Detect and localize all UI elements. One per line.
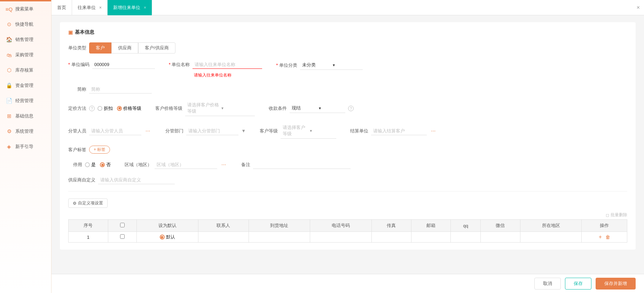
unit-code-field: 单位编码 <box>68 60 155 69</box>
save-new-button[interactable]: 保存并新增 <box>596 278 636 290</box>
dept-input[interactable] <box>186 127 238 135</box>
batch-delete-label: 批量删除 <box>611 212 627 218</box>
unit-code-input[interactable] <box>92 60 155 69</box>
purchase-icon: 🛍 <box>6 51 13 58</box>
sidebar-item-search-menu[interactable]: ≡Q 搜索菜单 <box>0 1 51 17</box>
customer-price-label: 客户价格等级 <box>155 105 182 112</box>
settlement-more-btn[interactable]: ··· <box>430 128 437 134</box>
batch-delete-area[interactable]: ◻ 批量删除 <box>68 212 627 218</box>
unit-category-select[interactable]: 未分类 ▼ <box>300 60 363 70</box>
pricing-help-icon[interactable]: ? <box>89 106 95 111</box>
region-input[interactable] <box>155 161 217 169</box>
default-radio[interactable]: 默认 <box>140 234 195 240</box>
tab-partners-label: 往来单位 <box>78 5 96 11</box>
manager-label: 分管人员 <box>68 128 86 134</box>
th-seq: 序号 <box>69 220 108 232</box>
disabled-radio-yes[interactable]: 是 <box>85 162 96 168</box>
pricing-field: 定价方法 ? 折扣 价格等级 <box>68 105 141 112</box>
sidebar-item-operations[interactable]: 📄 经营管理 <box>0 93 51 108</box>
tab-partners-close[interactable]: × <box>99 5 102 10</box>
dept-field: 分管部门 ▼ <box>165 127 246 135</box>
unit-name-field: 单位名称 请输入往来单位名称 <box>169 60 262 78</box>
unit-category-label: 单位分类 <box>276 62 297 68</box>
th-email: 邮箱 <box>411 220 451 232</box>
select-all-checkbox[interactable] <box>120 223 125 227</box>
table-row: 1 默认 <box>69 232 627 243</box>
payment-value: 现结 <box>292 105 317 111</box>
disabled-row: 停用 是 否 区域（地区） ··· <box>68 161 627 169</box>
sidebar-item-system[interactable]: ⚙ 系统管理 <box>0 124 51 139</box>
sidebar-item-finance[interactable]: 🔒 资金管理 <box>0 78 51 93</box>
customer-price-select[interactable]: 请选择客户价格等级 ▼ <box>185 100 255 116</box>
main-area: 首页 往来单位 × 新增往来单位 × × ▣ 基本信息 单位类型 客户 <box>52 0 644 293</box>
delete-row-btn[interactable]: 🗑 <box>605 234 610 240</box>
pricing-grade-label: 价格等级 <box>123 105 141 112</box>
th-phone: 电话号码 <box>310 220 372 232</box>
tab-home[interactable]: 首页 <box>52 0 72 15</box>
th-action: 操作 <box>582 220 627 232</box>
remark-input[interactable] <box>253 161 351 169</box>
sidebar-item-inventory[interactable]: ⬡ 库存核算 <box>0 63 51 78</box>
sidebar-item-label: 新手引导 <box>15 144 33 150</box>
operations-icon: 📄 <box>6 97 13 104</box>
sidebar-item-label: 经营管理 <box>15 98 33 104</box>
customer-level-arrow-icon: ▼ <box>309 129 334 133</box>
customer-price-placeholder: 请选择客户价格等级 <box>187 102 219 114</box>
section-title: ▣ 基本信息 <box>68 29 627 35</box>
sidebar-item-quick-nav[interactable]: ⊙ 快捷导航 <box>0 17 51 32</box>
custom-settings-btn[interactable]: ⚙ 自定义项设置 <box>68 198 108 208</box>
region-more-btn[interactable]: ··· <box>220 162 227 168</box>
divider <box>68 191 627 192</box>
customer-price-arrow-icon: ▼ <box>221 106 253 110</box>
radio-outer-discount <box>97 106 102 111</box>
sidebar-item-basic-info[interactable]: ⊞ 基础信息 <box>0 108 51 124</box>
cancel-button[interactable]: 取消 <box>534 278 561 290</box>
sidebar-item-sales[interactable]: 🏠 销售管理 <box>0 32 51 47</box>
disabled-radio-no[interactable]: 否 <box>100 162 111 168</box>
tag-field: 客户标签 + 标签 <box>68 146 110 154</box>
payment-help-icon[interactable]: ? <box>348 106 354 111</box>
supplier-custom-label: 供应商自定义 <box>68 177 95 183</box>
th-fax: 传真 <box>371 220 411 232</box>
abbr-input[interactable] <box>89 85 152 93</box>
tab-new-partner-close[interactable]: × <box>144 5 146 10</box>
row-checkbox[interactable] <box>120 234 125 239</box>
add-row-btn[interactable]: + <box>599 234 602 240</box>
sidebar-item-label: 采购管理 <box>15 52 33 58</box>
manager-row: 分管人员 ··· 分管部门 ▼ 客户等级 请选择客户等级 ▼ <box>68 123 627 139</box>
th-qq: qq <box>451 220 481 232</box>
region-label: 区域（地区） <box>125 162 152 168</box>
type-btn-supplier[interactable]: 供应商 <box>111 42 138 54</box>
tab-new-partner[interactable]: 新增往来单位 × <box>108 0 152 15</box>
save-button[interactable]: 保存 <box>565 278 591 290</box>
payment-label: 收款条件 <box>269 105 287 112</box>
tab-partners[interactable]: 往来单位 × <box>72 0 108 15</box>
customer-level-select[interactable]: 请选择客户等级 ▼ <box>281 123 336 139</box>
supplier-custom-input[interactable] <box>98 176 175 184</box>
pricing-radio-discount[interactable]: 折扣 <box>97 105 113 112</box>
category-arrow-icon: ▼ <box>332 63 361 67</box>
settlement-input[interactable] <box>371 127 427 135</box>
pricing-radio-grade[interactable]: 价格等级 <box>117 105 141 112</box>
cell-action: + 🗑 <box>582 232 627 243</box>
tab-new-partner-label: 新增往来单位 <box>113 5 140 11</box>
tab-bar-close-btn[interactable]: × <box>637 5 640 11</box>
manager-input[interactable] <box>89 127 141 135</box>
sidebar-item-purchase[interactable]: 🛍 采购管理 <box>0 47 51 63</box>
dept-label: 分管部门 <box>165 128 183 134</box>
unit-category-field: 单位分类 未分类 ▼ <box>276 60 363 70</box>
type-btn-both[interactable]: 客户/供应商 <box>138 42 175 54</box>
payment-field: 收款条件 现结 ▼ ? <box>269 104 354 113</box>
unit-type-label: 单位类型 <box>68 45 86 51</box>
unit-name-input[interactable] <box>193 60 262 69</box>
tag-add-btn[interactable]: + 标签 <box>89 146 110 154</box>
sidebar-item-guide[interactable]: ◈ 新手引导 <box>0 139 51 154</box>
manager-more-btn[interactable]: ··· <box>144 128 151 134</box>
type-btn-customer[interactable]: 客户 <box>89 42 111 54</box>
disabled-yes-label: 是 <box>91 162 96 168</box>
search-menu-icon: ≡Q <box>6 6 13 13</box>
payment-select[interactable]: 现结 ▼ <box>290 104 345 113</box>
radio-inner-grade <box>118 107 121 109</box>
sidebar-item-label: 快捷导航 <box>15 21 33 27</box>
tab-bar: 首页 往来单位 × 新增往来单位 × × <box>52 0 644 15</box>
